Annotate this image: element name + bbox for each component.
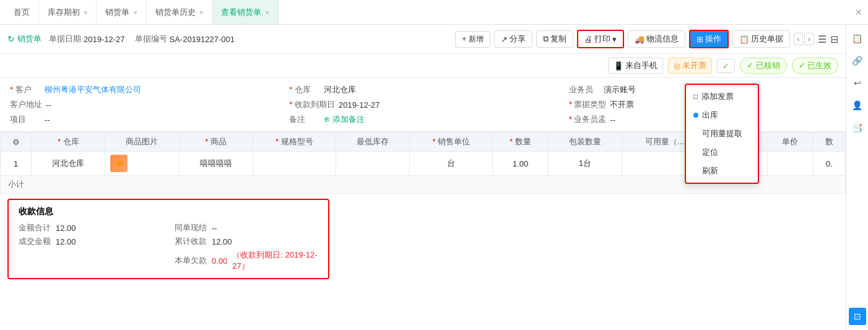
copy-label: 复制 [550,33,566,45]
toolbar-actions: + 新增 ↗ 分享 ⧉ 复制 🖨 打印 ▾ 🚚 物流信息 [455,30,838,48]
tab-inventory-init-close[interactable]: × [84,9,87,16]
copy-button[interactable]: ⧉ 复制 [536,30,573,48]
col-img: 商品图片 [105,132,179,152]
payment-same-order-value: -- [212,224,217,233]
dropdown-add-invoice-label: 添加发票 [701,91,734,102]
print-button[interactable]: 🖨 打印 ▾ [577,30,624,48]
history-label: 历史单据 [751,33,783,45]
col-spec: 规格型号 [253,132,336,152]
doc-date-label: 单据日期 [49,33,81,45]
doc-header: ↻ 销货单 单据日期 2019-12-27 单据编号 SA-20191227-0… [0,25,846,54]
staff-value: 演示账号 [604,84,636,95]
main-area: ↻ 销货单 单据日期 2019-12-27 单据编号 SA-20191227-0… [0,25,868,330]
project-field: 项目 -- [10,114,277,125]
doc-meta: 单据日期 2019-12-27 单据编号 SA-20191227-001 [49,33,235,45]
dropdown-refresh[interactable]: 刷新 [686,162,758,180]
cell-img: 🧡 [105,152,179,176]
copy-icon: ⧉ [543,34,549,44]
cell-pack-qty: 1台 [548,152,622,176]
tab-inventory-init-label: 库存期初 [48,7,80,18]
salesperson-label: 业务员孟 [574,115,606,124]
doc-number-value: SA-20191227-001 [170,35,235,44]
share-icon: ↗ [501,35,508,44]
tab-sales-order[interactable]: 销货单 × [97,0,146,24]
sidebar-icon-expand[interactable]: ⊡ [849,308,866,325]
print-dropdown-arrow: ▾ [612,35,617,44]
sidebar-icon-link[interactable]: 🔗 [849,52,866,69]
cell-min-stock [336,152,410,176]
sidebar-icon-user[interactable]: 👤 [849,97,866,114]
tab-view-sales-close[interactable]: × [265,9,269,16]
col-price: 单价 [767,132,813,152]
doc-date-value: 2019-12-27 [84,35,125,44]
not-open-button[interactable]: ◎ 未开票 [668,58,712,74]
view-toggle-grid[interactable]: ⊟ [830,33,838,45]
cell-unit: 台 [410,152,493,176]
print-icon: 🖨 [584,35,592,44]
note-label: 备注 [289,114,320,125]
tab-view-sales[interactable]: 查看销货单 × [212,0,278,24]
sidebar-icon-copy[interactable]: 📋 [849,30,866,47]
payment-same-order-row: 同单现结 -- [175,222,318,233]
next-button[interactable]: › [804,33,814,45]
ticket-icon: ◎ [674,61,680,71]
payment-this-due-value: 0.00 [212,256,227,266]
share-label: 分享 [510,33,526,45]
col-extra: 数 [814,132,846,152]
sidebar-icon-return[interactable]: ↩ [849,74,866,92]
sidebar-icon-doc[interactable]: 📑 [849,119,866,136]
logistics-button[interactable]: 🚚 物流信息 [628,30,685,48]
doc-toolbar2: 📱 来自手机 ◎ 未开票 ✓ ✓ 已核销 ✓ 已生效 [0,54,846,78]
nav-arrows: ‹ › [794,33,814,45]
window-close-button[interactable]: × [855,6,862,19]
prev-button[interactable]: ‹ [794,33,804,45]
doc-title: ↻ 销货单 [7,33,41,45]
doc-panel: ↻ 销货单 单据日期 2019-12-27 单据编号 SA-20191227-0… [0,25,846,330]
tab-sales-history[interactable]: 销货单历史 × [147,0,212,24]
due-date-field: * 收款到期日 2019-12-27 [289,99,556,110]
cell-qty: 1.00 [493,152,548,176]
payment-transaction-value: 12.00 [56,237,76,246]
view-toggle-list[interactable]: ☰ [818,33,827,45]
dropdown-outbound[interactable]: 出库 [686,106,758,124]
payment-right-col: 同单现结 -- 累计收款 12.00 本单欠款 0.00 （收款到期日: 201… [175,222,318,272]
tab-home[interactable]: 首页 [5,0,39,24]
due-date-value: 2019-12-27 [339,100,380,110]
add-button[interactable]: + 新增 [455,31,490,48]
staff-label: 业务员 [569,84,600,95]
col-settings[interactable]: ⚙ [1,132,32,152]
tab-home-label: 首页 [14,7,30,18]
sales-order-icon: ↻ [7,34,15,44]
operate-button[interactable]: ⊞ 操作 [689,30,729,48]
from-mobile-button[interactable]: 📱 来自手机 [608,58,663,74]
salesperson-value: -- [610,115,615,124]
col-unit: 销售单位 [410,132,493,152]
warehouse-label: 仓库 [295,85,311,94]
tab-sales-order-close[interactable]: × [133,9,137,16]
share-button[interactable]: ↗ 分享 [494,30,532,48]
check-circle-icon: ✓ [747,61,753,70]
check-icon: ✓ [723,61,729,71]
ticket-type-value: 不开票 [610,99,634,110]
payment-same-order-label: 同单现结 [175,222,207,233]
cell-product: 嘻嘻嘻嘻 [179,152,253,176]
logistics-label: 物流信息 [646,33,679,45]
dropdown-available-take[interactable]: 可用量提取 [686,124,758,143]
payment-cumulative-row: 累计收款 12.00 [175,236,318,247]
warehouse-field: * 仓库 河北仓库 [289,84,556,95]
doc-number-label: 单据编号 [135,33,167,45]
tab-sales-history-close[interactable]: × [199,9,203,16]
payment-this-due-row: 本单欠款 0.00 （收款到期日: 2019-12-27） [175,250,318,272]
dropdown-add-invoice[interactable]: □ 添加发票 [686,87,758,106]
not-open-label: 未开票 [682,60,706,71]
payment-left-col: 金额合计 12.00 成交金额 12.00 [19,222,162,272]
dropdown-locate[interactable]: 定位 [686,143,758,162]
check-button[interactable]: ✓ [717,59,735,73]
due-date-label: 收款到期日 [295,100,335,109]
payment-transaction-label: 成交金额 [19,236,51,247]
payment-grid: 金额合计 12.00 成交金额 12.00 同单现结 -- 累计收款 [19,222,318,272]
tab-inventory-init[interactable]: 库存期初 × [39,0,97,24]
customer-value[interactable]: 柳州粤港平安气体有限公司 [45,84,141,95]
history-button[interactable]: 📋 历史单据 [732,30,790,48]
dropdown-outbound-label: 出库 [702,110,718,121]
